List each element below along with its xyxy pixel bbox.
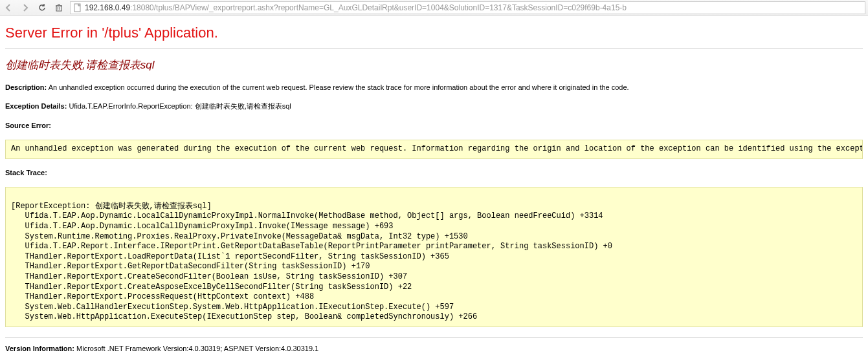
description-row: Description: An unhandled exception occu… [5, 83, 863, 92]
source-error-block: An unhandled exception was generated dur… [5, 140, 863, 159]
url-path: :18080/tplus/BAPView/_exportreport.ashx?… [130, 3, 627, 12]
exception-details-row: Exception Details: Ufida.T.EAP.ErrorInfo… [5, 102, 863, 111]
divider [5, 337, 863, 338]
stack-trace-label: Stack Trace: [5, 169, 47, 176]
error-title: Server Error in '/tplus' Application. [5, 25, 863, 41]
url-bar[interactable]: 192.168.0.49:18080/tplus/BAPView/_export… [70, 1, 865, 14]
error-page: Server Error in '/tplus' Application. 创建… [0, 16, 868, 353]
trash-button[interactable] [53, 2, 65, 14]
browser-toolbar: 192.168.0.49:18080/tplus/BAPView/_export… [0, 0, 868, 16]
svg-rect-0 [56, 6, 61, 11]
exception-details-text: Ufida.T.EAP.ErrorInfo.ReportException: 创… [67, 102, 291, 110]
stack-trace-label-row: Stack Trace: [5, 168, 863, 178]
version-text: Microsoft .NET Framework Version:4.0.303… [74, 345, 318, 352]
version-label: Version Information: [5, 345, 74, 352]
forward-button[interactable] [19, 2, 31, 14]
url-host: 192.168.0.49 [85, 3, 130, 12]
stack-trace-block: [ReportException: 创建临时表失败,请检查报表sql] Ufid… [5, 187, 863, 327]
source-error-label: Source Error: [5, 122, 51, 129]
reload-button[interactable] [36, 2, 48, 14]
description-text: An unhandled exception occurred during t… [47, 83, 629, 91]
exception-message: 创建临时表失败,请检查报表sql [5, 58, 863, 72]
back-button[interactable] [3, 2, 14, 14]
source-error-label-row: Source Error: [5, 121, 863, 131]
description-label: Description: [5, 83, 47, 91]
divider [5, 48, 863, 48]
exception-details-label: Exception Details: [5, 102, 67, 110]
page-icon [73, 3, 82, 12]
version-row: Version Information: Microsoft .NET Fram… [5, 345, 863, 352]
